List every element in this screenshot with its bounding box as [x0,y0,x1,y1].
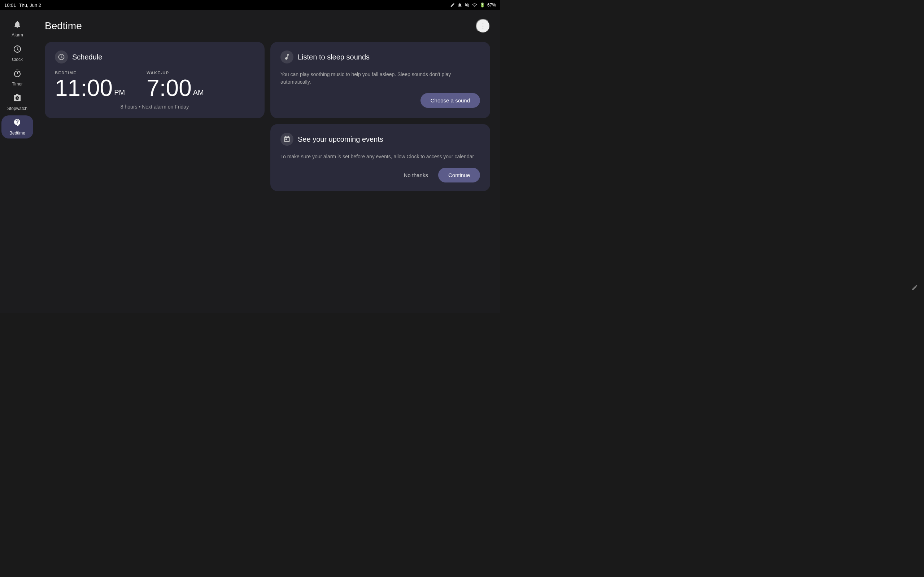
sidebar-item-alarm[interactable]: Alarm [2,17,33,40]
more-options-button[interactable]: ⋮ [476,19,490,33]
events-card: See your upcoming events To make sure yo… [270,124,490,191]
clock-nav-icon [13,45,22,56]
alarm-nav-icon [13,20,22,31]
mute-icon [465,3,470,8]
clock-nav-label: Clock [12,57,23,62]
sleep-sounds-header: Listen to sleep sounds [281,50,480,63]
choose-sound-button[interactable]: Choose a sound [420,93,480,108]
page-header: Bedtime ⋮ [45,19,490,33]
wifi-icon [472,3,478,8]
wakeup-hour: 7:00 [147,76,192,100]
bedtime-label: BEDTIME [55,71,125,75]
no-thanks-button[interactable]: No thanks [398,168,434,182]
status-bar: 10:01 Thu, Jun 2 🔋 67% [0,0,500,10]
wakeup-value: 7:00 AM [147,76,204,100]
continue-button[interactable]: Continue [438,168,480,182]
content-area: Bedtime ⋮ Schedule [35,10,500,313]
status-date: Thu, Jun 2 [19,3,41,8]
alarm-nav-label: Alarm [11,32,23,37]
sleep-sounds-title: Listen to sleep sounds [298,53,370,61]
schedule-info: 8 hours • Next alarm on Friday [55,104,254,110]
page-title: Bedtime [45,20,82,32]
battery-icon: 🔋 [480,3,485,8]
schedule-card-icon [55,50,68,63]
events-card-description: To make sure your alarm is set before an… [281,153,480,161]
events-card-header: See your upcoming events [281,133,480,146]
alarm-status-icon [457,3,462,8]
schedule-card-header: Schedule [55,50,254,63]
sidebar: Alarm Clock Timer [0,10,35,313]
battery-level: 67% [487,3,496,8]
bedtime-hour: 11:00 [55,76,113,100]
status-right: 🔋 67% [450,3,496,8]
schedule-times: BEDTIME 11:00 PM WAKE-UP 7:00 AM [55,71,254,100]
stopwatch-nav-icon [13,94,22,105]
app-container: Alarm Clock Timer [0,10,500,313]
events-card-icon [281,133,294,146]
pencil-icon [450,3,455,8]
bedtime-nav-label: Bedtime [10,131,25,135]
wakeup-ampm: AM [193,89,204,97]
sleep-sounds-description: You can play soothing music to help you … [281,71,480,86]
events-card-title: See your upcoming events [298,135,383,143]
timer-nav-label: Timer [12,82,23,87]
wakeup-block[interactable]: WAKE-UP 7:00 AM [147,71,204,100]
events-actions: No thanks Continue [281,168,480,182]
sidebar-item-stopwatch[interactable]: Stopwatch [2,91,33,114]
sidebar-item-timer[interactable]: Timer [2,66,33,89]
sidebar-item-clock[interactable]: Clock [2,42,33,65]
bedtime-block[interactable]: BEDTIME 11:00 PM [55,71,125,100]
more-icon: ⋮ [479,21,487,31]
sidebar-item-bedtime[interactable]: Bedtime [2,115,33,139]
sleep-sounds-icon [281,50,294,63]
timer-nav-icon [13,69,22,80]
sleep-sounds-card: Listen to sleep sounds You can play soot… [270,42,490,118]
schedule-card-title: Schedule [72,53,102,61]
wakeup-label: WAKE-UP [147,71,204,75]
cards-grid: Schedule BEDTIME 11:00 PM WAKE-UP [45,42,490,191]
bedtime-ampm: PM [114,89,125,97]
stopwatch-nav-label: Stopwatch [7,106,27,111]
schedule-card: Schedule BEDTIME 11:00 PM WAKE-UP [45,42,265,118]
status-left: 10:01 Thu, Jun 2 [4,3,41,8]
status-time: 10:01 [4,3,16,8]
bedtime-nav-icon [13,118,22,129]
bedtime-value: 11:00 PM [55,76,125,100]
